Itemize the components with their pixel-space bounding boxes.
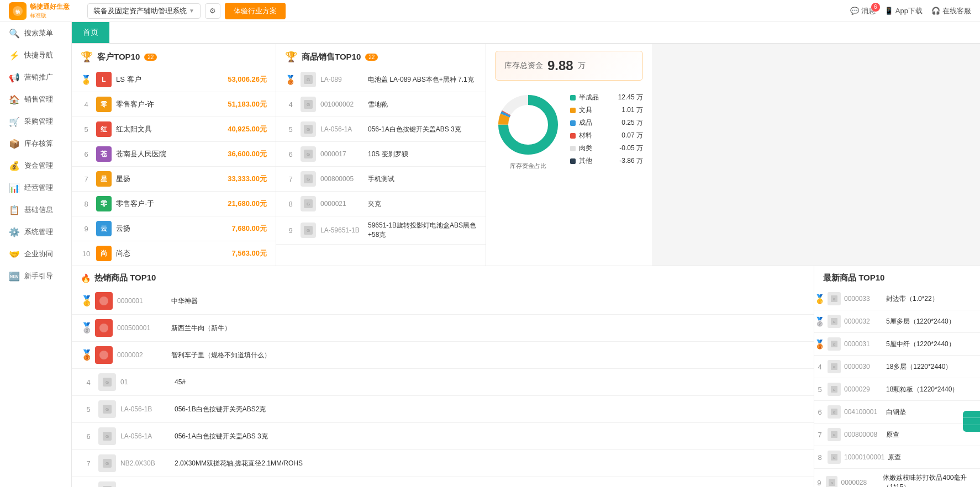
messages-button[interactable]: 💬 消息 6 [850, 6, 876, 16]
hot-product-name: 45# [175, 378, 805, 386]
hot-product-code: 01 [120, 378, 170, 386]
new-product-name: 5厘多层（1220*2440） [886, 317, 955, 326]
rank-number: 7 [81, 459, 96, 468]
app-download-label: App下载 [895, 6, 923, 16]
svg-point-22 [99, 324, 108, 332]
new-product-code: 0000031 [844, 340, 883, 348]
customer-name: 云扬 [116, 224, 231, 234]
sidebar-item-finance[interactable]: 💰资金管理 [0, 155, 71, 177]
legend-name: 半成品 [579, 93, 615, 102]
sidebar-item-newbie[interactable]: 🆕新手引导 [0, 265, 71, 287]
bronze-medal-icon: 🥉 [81, 349, 93, 361]
rank-number: 4 [81, 378, 96, 387]
service-community-btn[interactable]: 服务社区 [963, 418, 980, 425]
legend-value: 1.01 万 [621, 105, 643, 115]
sidebar-label-marketing: 营销推广 [24, 72, 53, 82]
new-product-row: 🥇 G 0000033 封边带（1.0*22） [814, 288, 980, 310]
svg-text:G: G [106, 407, 109, 412]
sidebar-item-sales[interactable]: 🏠销售管理 [0, 88, 71, 110]
customer-service-btn[interactable]: 客服热线 [963, 411, 980, 418]
product-sales-badge: 22 [365, 54, 378, 61]
legend-item: 文具 1.01 万 [570, 105, 643, 115]
product-code: LA-59651-1B [320, 226, 365, 234]
hot-product-row: 5 G LA-056-1B 056-1B白色按键开关壳ABS2克 [72, 396, 814, 423]
inventory-total: 库存总资金 9.88 万 [495, 51, 643, 81]
live-btn[interactable]: 直播 [963, 425, 980, 432]
sidebar-icon-newbie: 🆕 [9, 271, 20, 282]
rank-number: 7 [814, 431, 825, 439]
hot-products-header: 🔥 热销商品 TOP10 [72, 266, 814, 288]
legend-value: 12.45 万 [618, 93, 643, 102]
new-product-row: 9 G 0000028 体嫩荔枝味苏打饮品400毫升（1*15） [814, 469, 980, 487]
nav-item-home[interactable]: 首页 [72, 22, 109, 43]
svg-text:G: G [307, 152, 310, 157]
product-img [95, 319, 113, 337]
legend-item: 其他 -3.86 万 [570, 156, 643, 166]
product-code: 0000021 [320, 200, 365, 208]
customer-avatar: 苍 [96, 146, 112, 162]
product-img [95, 292, 113, 310]
product-name: 雪地靴 [368, 100, 477, 109]
sidebar-label-newbie: 新手引导 [24, 271, 53, 281]
customer-name: 苍南县人民医院 [116, 149, 228, 159]
trial-button[interactable]: 体验行业方案 [225, 3, 286, 19]
hot-product-name: 056-1A白色按键开关盖ABS 3克 [175, 432, 805, 441]
gear-button[interactable]: ⚙ [205, 3, 220, 19]
silver-medal-icon: 🥈 [814, 316, 825, 327]
new-product-name: 原查 [888, 453, 901, 462]
sidebar-label-quick: 快捷导航 [24, 50, 53, 60]
product-name: 056-1A白色按键开关盖ABS 3克 [368, 125, 477, 134]
new-product-name: 白钢垫 [886, 407, 906, 417]
customer-name: 星扬 [116, 174, 228, 184]
new-product-img: G [828, 383, 841, 396]
product-name: 59651-1B旋转投影灯电池盒ABS黑色+58克 [368, 221, 477, 240]
svg-text:G: G [307, 77, 310, 82]
new-product-code: 0000028 [841, 479, 879, 486]
customer-top10-badge: 22 [144, 54, 157, 61]
online-service-button[interactable]: 🎧 在线客服 [931, 6, 971, 16]
hot-product-row: 🥉 0000002 智利车子里（规格不知道填什么） [72, 342, 814, 369]
sidebar-item-basic[interactable]: 📋基础信息 [0, 199, 71, 221]
new-product-img: G [828, 451, 841, 464]
sidebar-item-enterprise[interactable]: 🤝企业协同 [0, 243, 71, 265]
logo-icon: 畅 [9, 2, 27, 20]
app-download-button[interactable]: 📱 App下载 [884, 6, 923, 16]
legend-value: 0.07 万 [621, 131, 643, 140]
rank-number: 5 [81, 125, 92, 134]
sidebar-item-system[interactable]: ⚙️系统管理 [0, 221, 71, 243]
sidebar-item-inventory[interactable]: 📦库存核算 [0, 133, 71, 155]
hot-product-row: 6 G LA-056-1A 056-1A白色按键开关盖ABS 3克 [72, 423, 814, 450]
rank-number: 9 [814, 479, 824, 487]
donut-chart [495, 92, 561, 158]
hot-product-row: 7 G NB2.0X30B 2.0X30MM双搓花轴,搓花直径2.1MM/ROH… [72, 450, 814, 477]
product-name: 夹克 [368, 199, 477, 209]
new-product-img: G [828, 405, 841, 419]
customer-avatar: 红 [96, 121, 112, 137]
system-name: 装备及固定资产辅助管理系统 [93, 6, 187, 16]
sidebar-icon-system: ⚙️ [9, 226, 20, 237]
inventory-unit: 万 [578, 61, 586, 71]
sidebar-item-purchase[interactable]: 🛒采购管理 [0, 110, 71, 133]
rank-number: 4 [81, 100, 92, 109]
legend-item: 材料 0.07 万 [570, 131, 643, 140]
new-product-name: 18多层（1220*2440） [886, 362, 952, 372]
svg-text:G: G [307, 102, 310, 107]
sidebar-label-enterprise: 企业协同 [24, 249, 53, 259]
product-sales-row: 8 G 0000021 夹克 [276, 192, 486, 216]
sidebar-item-marketing[interactable]: 📢营销推广 [0, 66, 71, 88]
sidebar-item-operation[interactable]: 📊经营管理 [0, 177, 71, 199]
product-name: 10S 变刹罗狈 [368, 150, 477, 159]
new-product-name: 封边带（1.0*22） [886, 294, 939, 304]
legend-value: 0.25 万 [621, 118, 643, 128]
product-image: G [301, 121, 316, 137]
system-selector[interactable]: 装备及固定资产辅助管理系统 ▼ [87, 3, 201, 19]
sidebar-item-search[interactable]: 🔍搜索菜单 [0, 22, 71, 44]
sidebar-item-quick[interactable]: ⚡快捷导航 [0, 44, 71, 66]
hot-product-code: 0000002 [117, 351, 167, 359]
new-product-row: 7 G 000800008 原查 [814, 424, 980, 446]
donut-section: 库存资金占比 半成品 12.45 万 文具 1.01 万 成品 0.25 万 材… [486, 87, 652, 174]
new-products-header: 最新商品 TOP10 [814, 266, 980, 288]
customer-amount: 36,600.00元 [228, 149, 267, 159]
logo-text: 畅捷通好生意 标准版 [30, 2, 70, 19]
sidebar-label-system: 系统管理 [24, 227, 53, 237]
